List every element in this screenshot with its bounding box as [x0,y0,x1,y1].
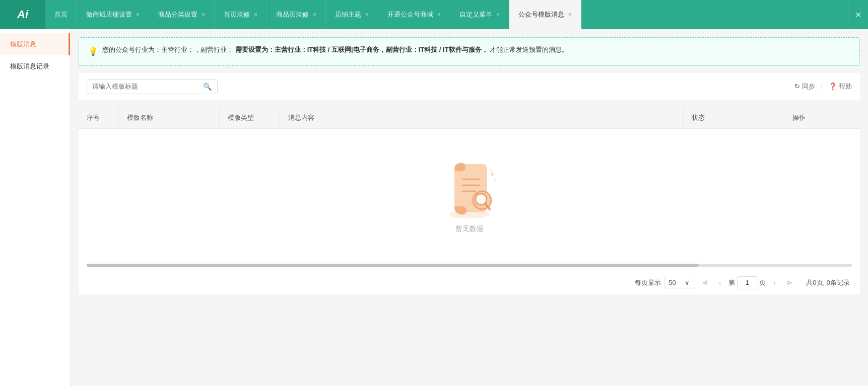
col-action: 操作 [784,107,860,128]
help-label: 帮助 [839,82,852,91]
notice-prefix: 您的公众号行业为：主营行业：，副营行业： [102,46,233,53]
sync-icon: ↻ [794,83,800,90]
sync-label: 同步 [802,82,815,91]
sidebar: 模版消息 模版消息记录 [0,29,71,386]
sync-button[interactable]: ↻ 同步 [794,82,815,91]
top-nav: Ai 首页 微商城店铺设置 × 商品分类设置 × 首页装修 × 商品页装修 × … [0,0,868,29]
tab-productpage-close[interactable]: × [313,11,316,18]
pagination-buttons: ⊲ ‹ 第 页 › ⊳ [698,276,796,289]
svg-point-8 [495,179,497,181]
toolbar-right: ↻ 同步 | ❓ 帮助 [794,82,852,91]
search-button[interactable]: 🔍 [198,80,217,94]
col-status: 状态 [684,107,784,128]
tab-home[interactable]: 首页 [45,0,77,29]
tab-opencenter-label: 开通公众号商城 [387,10,433,19]
tab-opencenter[interactable]: 开通公众号商城 × [378,0,450,29]
notice-text: 您的公众号行业为：主营行业：，副营行业： 需要设置为：主营行业：IT科技 / 互… [102,45,568,55]
tab-templatemsg-label: 公众号模版消息 [518,10,564,19]
help-icon: ❓ [829,83,837,90]
page-label-after: 页 [759,278,766,287]
dropdown-icon: ∨ [685,279,690,286]
sidebar-item-template-msg-label: 模版消息 [10,40,36,49]
notice-suffix: 才能正常发送预置的消息。 [490,46,568,53]
page-label-before: 第 [728,278,735,287]
tab-homepage[interactable]: 首页装修 × [215,0,267,29]
tab-category-label: 商品分类设置 [158,10,197,19]
tab-category-close[interactable]: × [202,11,205,18]
page-number-input[interactable] [737,276,757,289]
toolbar-divider: | [821,83,823,90]
first-page-button[interactable]: ⊲ [698,276,711,289]
tab-wshop-label: 微商城店铺设置 [86,10,132,19]
toolbar: 🔍 ↻ 同步 | ❓ 帮助 [79,73,860,100]
tab-wshop-close[interactable]: × [136,11,140,18]
last-page-button[interactable]: ⊳ [783,276,796,289]
tab-productpage-label: 商品页装修 [276,10,309,19]
tab-opencenter-close[interactable]: × [437,11,441,18]
prev-page-button[interactable]: ‹ [713,276,726,289]
page-size-value: 50 [669,279,676,286]
empty-illustration [439,159,500,224]
tab-category[interactable]: 商品分类设置 × [149,0,215,29]
notice-icon: 💡 [88,45,98,58]
close-all-tabs-button[interactable]: ✕ [848,0,868,29]
tab-templatemsg[interactable]: 公众号模版消息 × [509,0,581,29]
content-area: 💡 您的公众号行业为：主营行业：，副营行业： 需要设置为：主营行业：IT科技 /… [71,29,868,386]
scrollbar-area [79,260,860,271]
col-index: 序号 [79,107,119,128]
app-logo: Ai [0,0,45,29]
tab-productpage[interactable]: 商品页装修 × [267,0,326,29]
search-icon: 🔍 [203,83,212,91]
sidebar-item-template-msg[interactable]: 模版消息 [0,33,70,55]
tab-custommenu[interactable]: 自定义菜单 × [450,0,509,29]
main-layout: 模版消息 模版消息记录 💡 您的公众号行业为：主营行业：，副营行业： 需要设置为… [0,29,868,386]
page-size-label: 每页显示 [635,278,661,287]
tab-theme[interactable]: 店铺主题 × [326,0,378,29]
svg-point-7 [491,173,494,176]
horizontal-scrollbar[interactable] [87,264,852,267]
col-type: 模版类型 [220,107,280,128]
notice-highlight: 需要设置为：主营行业：IT科技 / 互联网|电子商务，副营行业：IT科技 / I… [235,46,488,53]
page-size-dropdown[interactable]: 50 ∨ [664,277,694,288]
tab-home-label: 首页 [54,10,68,19]
table-header: 序号 模版名称 模版类型 消息内容 状态 操作 [79,107,860,129]
page-size-select: 每页显示 50 ∨ [635,277,694,288]
search-input[interactable] [87,80,198,93]
tab-homepage-close[interactable]: × [254,11,257,18]
sidebar-item-template-history[interactable]: 模版消息记录 [0,55,70,78]
col-name: 模版名称 [119,107,220,128]
tab-custommenu-label: 自定义菜单 [459,10,492,19]
sidebar-item-template-history-label: 模版消息记录 [10,62,49,71]
tab-templatemsg-close[interactable]: × [568,11,572,18]
pagination: 每页显示 50 ∨ ⊲ ‹ 第 页 › ⊳ 共0页, 0条记录 [79,271,860,294]
tab-theme-close[interactable]: × [365,11,369,18]
next-page-button[interactable]: › [768,276,781,289]
tab-homepage-label: 首页装修 [224,10,250,19]
total-info: 共0页, 0条记录 [806,278,850,287]
notice-box: 💡 您的公众号行业为：主营行业：，副营行业： 需要设置为：主营行业：IT科技 /… [79,37,860,66]
tab-theme-label: 店铺主题 [335,10,361,19]
svg-line-9 [490,169,493,173]
tab-custommenu-close[interactable]: × [496,11,500,18]
empty-text: 暂无数据 [455,224,484,234]
empty-state: 暂无数据 [79,129,860,260]
search-group: 🔍 [87,79,218,94]
help-button[interactable]: ❓ 帮助 [829,82,852,91]
tab-wshop[interactable]: 微商城店铺设置 × [77,0,149,29]
col-content: 消息内容 [280,107,684,128]
table-container: 序号 模版名称 模版类型 消息内容 状态 操作 [79,107,860,294]
nav-tabs: 首页 微商城店铺设置 × 商品分类设置 × 首页装修 × 商品页装修 × 店铺主… [45,0,848,29]
